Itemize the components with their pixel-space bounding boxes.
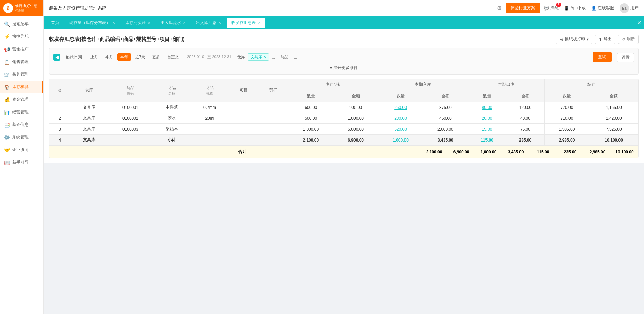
filter-date-range: 2023-01-01 至 2023-12-31 [187,54,231,60]
cell-in-qty[interactable]: 230.00 [378,113,423,124]
table-subtotal-row: 4 文具库 小计 2,100.00 6,900.00 1,000.00 3,43… [49,135,638,146]
tabbar-close-icon[interactable]: ✕ [637,20,641,26]
sub-close-amt: 10,100.00 [589,135,638,146]
cell-out-amt: 75.00 [506,124,544,135]
tab-inventory-dist[interactable]: 现存量（库存分布表）✕ [65,18,120,28]
tab-close-batch[interactable]: ✕ [148,21,150,25]
date-custom[interactable]: 自定义 [164,53,182,61]
warehouse-more-button[interactable]: ... [272,55,275,59]
message-icon: 💬 [544,6,549,11]
tab-recv-send[interactable]: 收发存汇总表✕ [227,18,265,28]
cell-no: 2 [49,113,70,124]
cell-name: 采访本 [153,124,191,135]
print-chevron-icon: ▾ [587,37,589,42]
cell-open-amt: 1,000.00 [333,113,378,124]
app-label: App下载 [571,5,586,11]
sidebar-item-collab[interactable]: 🤝企业协同 [0,144,43,156]
cell-out-qty[interactable]: 15.00 [468,124,506,135]
goods-more-button[interactable]: ... [294,55,297,59]
sidebar-item-finance[interactable]: 💰资金管理 [0,93,43,106]
tab-label-inventory-dist: 现存量（库存分布表） [69,20,110,26]
date-7days[interactable]: 近7天 [132,53,148,61]
footer-out-qty: 115.00 [529,150,557,154]
sidebar: 6 畅捷通好生意 标准版 🔍搜索菜单⚡快捷导航📢营销推广📋销售管理🛒采购管理🏠库… [0,0,44,314]
export-button[interactable]: ⬆ 导出 [595,35,615,44]
sub-dept [259,135,288,146]
footer-open-qty: 2,100.00 [420,150,448,154]
tab-label-recv-send: 收发存汇总表 [231,20,256,26]
filter-warehouse-label: 仓库 [237,54,245,60]
sidebar-item-marketing[interactable]: 📢营销推广 [0,43,43,55]
table-row: 3 文具库 0100003 采访本 1,000.00 5,000.00 520.… [49,124,638,135]
query-button[interactable]: 查询 [593,52,612,62]
page-content: 收发存汇总表(按仓库+商品编码+商品+规格型号+项目+部门) 🖨 换纸板打印 ▾… [44,29,644,314]
tab-close-inventory-dist[interactable]: ✕ [112,21,115,25]
tab-close-inout-summary[interactable]: ✕ [218,21,221,25]
footer-out-amt: 235.00 [557,150,584,154]
sidebar-label-search: 搜索菜单 [12,21,29,27]
filter-date-label: 记账日期 [66,54,82,60]
col-close-qty: 数量 [544,90,589,102]
sidebar-label-system: 系统管理 [12,134,29,140]
online-service-button[interactable]: 👤 在线客服 [591,5,614,11]
message-button[interactable]: 💬 消息 6 [544,5,559,11]
date-this-month[interactable]: 本月 [102,53,116,61]
sub-close-qty: 2,985.00 [544,135,589,146]
page-actions: 🖨 换纸板打印 ▾ ⬆ 导出 ↻ 刷新 [556,35,639,44]
refresh-button[interactable]: ↻ 刷新 [618,35,639,44]
app-download-button[interactable]: 📱 App下载 [564,5,586,11]
set-button[interactable]: 设置 [617,53,634,62]
cell-warehouse: 文具库 [70,124,108,135]
cell-out-qty[interactable]: 20.00 [468,113,506,124]
topbar-config-icon[interactable]: ⚙ [497,5,502,11]
cell-no: 1 [49,102,70,113]
col-group-opening: 库存期初 [288,79,378,90]
print-button[interactable]: 🖨 换纸板打印 ▾ [556,35,592,44]
sidebar-item-basic[interactable]: 📑基础信息 [0,118,43,131]
cell-spec: 20ml [191,113,229,124]
sidebar-item-purchase[interactable]: 🛒采购管理 [0,68,43,81]
page-body: 收发存汇总表(按仓库+商品编码+商品+规格型号+项目+部门) 🖨 换纸板打印 ▾… [44,29,644,163]
sidebar-item-search[interactable]: 🔍搜索菜单 [0,18,43,30]
tab-inout-summary[interactable]: 出入库汇总✕ [191,18,226,28]
col-opening-amt: 金额 [333,90,378,102]
refresh-label: 刷新 [627,36,635,42]
user-menu[interactable]: Ea 用户 [620,3,639,13]
table-footer: 合计 2,100.00 6,900.00 1,000.00 3,435.00 1… [49,146,638,158]
sidebar-label-inventory: 库存核算 [12,84,29,90]
footer-close-qty: 2,985.00 [584,150,611,154]
cell-in-qty[interactable]: 520.00 [378,124,423,135]
tab-inout-flow[interactable]: 出入库流水✕ [156,18,191,28]
tab-batch[interactable]: 库存批次账✕ [120,18,155,28]
warehouse-tag-close[interactable]: ✕ [263,55,266,59]
warehouse-tag: 文具库 ✕ [248,53,269,61]
sidebar-item-quick[interactable]: ⚡快捷导航 [0,30,43,43]
tab-home[interactable]: 首页 [46,18,64,28]
tab-label-home: 首页 [51,20,59,26]
cell-out-amt: 120.00 [506,102,544,113]
sidebar-item-system[interactable]: ⚙️系统管理 [0,131,43,144]
cell-in-qty[interactable]: 250.00 [378,102,423,113]
tab-close-inout-flow[interactable]: ✕ [183,21,186,25]
date-this-year[interactable]: 本年 [117,53,131,61]
expand-conditions-button[interactable]: ▾ 展开更多条件 [330,65,358,71]
sidebar-item-inventory[interactable]: 🏠库存核算 [0,81,43,93]
table-settings-icon[interactable]: ⚙ [58,88,62,93]
tab-label-batch: 库存批次账 [125,20,146,26]
date-more[interactable]: 更多 [149,53,163,61]
filter-row-2: ▾ 展开更多条件 [53,65,634,71]
cell-out-qty[interactable]: 80.00 [468,102,506,113]
date-last-month[interactable]: 上月 [87,53,101,61]
filter-toggle-button[interactable]: ◀ [53,54,60,61]
tab-close-recv-send[interactable]: ✕ [258,21,261,25]
topbar: 装备及固定资产辅助管理系统 ⚙ 体验行业方案 💬 消息 6 📱 App下载 👤 … [44,0,644,16]
sidebar-item-operation[interactable]: 📊经营管理 [0,106,43,118]
sidebar-item-sales[interactable]: 📋销售管理 [0,55,43,68]
trial-button[interactable]: 体验行业方案 [506,3,540,13]
col-settings[interactable]: ⚙ [49,79,70,102]
cell-out-amt: 40.00 [506,113,544,124]
sidebar-label-sales: 销售管理 [12,59,29,65]
page-title: 收发存汇总表(按仓库+商品编码+商品+规格型号+项目+部门) [49,36,185,43]
sidebar-label-finance: 资金管理 [12,97,29,102]
sidebar-item-guide[interactable]: 📖新手引导 [0,156,43,169]
